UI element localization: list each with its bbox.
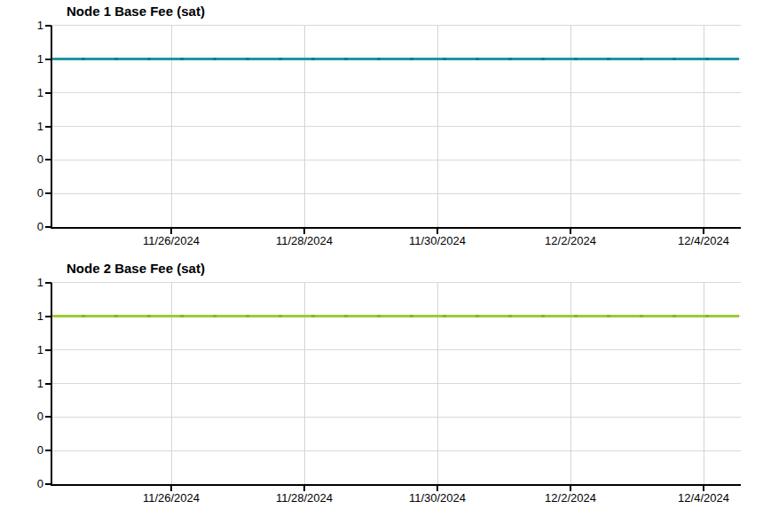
x-tick-label: 11/30/2024 (393, 234, 482, 248)
gridline-vertical (437, 283, 438, 484)
gridline-horizontal (52, 193, 741, 194)
gridline-horizontal (52, 349, 741, 350)
series-line-1 (52, 58, 739, 60)
y-tick-label: 0 (20, 186, 43, 200)
base-fee-charts-page: Node 1 Base Fee (sat) 111100011/26/20241… (0, 0, 763, 532)
gridline-vertical (704, 283, 704, 484)
y-tick-mark (45, 316, 51, 317)
gridline-vertical (570, 283, 571, 484)
y-tick-mark (45, 450, 51, 451)
series-line-2 (52, 315, 739, 317)
gridline-vertical (171, 26, 172, 227)
x-tick-label: 11/28/2024 (260, 491, 349, 505)
x-tick-label: 11/30/2024 (393, 491, 482, 505)
y-tick-mark (45, 126, 51, 128)
gridline-vertical (704, 26, 704, 227)
x-tick-label: 12/2/2024 (526, 234, 615, 248)
plot-area: 111100011/26/202411/28/202411/30/202412/… (51, 282, 741, 486)
y-tick-label: 1 (20, 19, 43, 33)
y-tick-mark (45, 483, 51, 485)
chart-node-2-base-fee: Node 2 Base Fee (sat) 111100011/26/20241… (0, 257, 763, 514)
y-tick-mark (45, 349, 51, 351)
y-tick-label: 1 (20, 343, 43, 357)
y-tick-mark (45, 59, 51, 60)
gridline-vertical (171, 283, 172, 484)
y-tick-mark (45, 159, 51, 160)
x-tick-label: 12/4/2024 (659, 491, 748, 505)
gridline-horizontal (52, 417, 741, 418)
y-tick-label: 1 (20, 120, 43, 134)
chart-title: Node 2 Base Fee (sat) (67, 261, 205, 276)
x-tick-label: 12/4/2024 (659, 234, 748, 248)
gridline-vertical (304, 283, 305, 484)
y-tick-mark (45, 416, 51, 418)
gridline-vertical (437, 26, 438, 227)
y-tick-mark (45, 282, 51, 284)
y-tick-label: 0 (20, 443, 43, 458)
y-tick-label: 0 (20, 410, 43, 424)
gridline-vertical (304, 26, 305, 227)
y-tick-label: 0 (20, 477, 43, 491)
x-tick-label: 11/26/2024 (127, 234, 216, 248)
y-tick-label: 1 (20, 86, 43, 100)
y-tick-label: 1 (20, 309, 43, 324)
x-tick-label: 11/26/2024 (127, 491, 216, 505)
gridline-horizontal (52, 383, 741, 384)
y-tick-label: 1 (20, 52, 43, 66)
y-tick-label: 1 (20, 377, 43, 391)
y-tick-mark (45, 383, 51, 385)
gridline-horizontal (52, 126, 741, 127)
y-tick-label: 0 (20, 153, 43, 167)
x-tick-label: 11/28/2024 (260, 234, 349, 248)
gridline-horizontal (52, 92, 741, 93)
chart-node-1-base-fee: Node 1 Base Fee (sat) 111100011/26/20241… (0, 0, 763, 257)
y-tick-mark (45, 192, 51, 194)
gridline-vertical (570, 26, 571, 227)
chart-title: Node 1 Base Fee (sat) (67, 4, 205, 19)
y-tick-mark (45, 25, 51, 27)
x-tick-label: 12/2/2024 (526, 491, 615, 505)
y-tick-mark (45, 92, 51, 94)
y-tick-label: 0 (20, 220, 43, 234)
plot-area: 111100011/26/202411/28/202411/30/202412/… (51, 25, 741, 229)
y-tick-mark (45, 226, 51, 228)
gridline-horizontal (52, 450, 741, 451)
y-tick-label: 1 (20, 276, 43, 290)
gridline-horizontal (52, 160, 741, 160)
